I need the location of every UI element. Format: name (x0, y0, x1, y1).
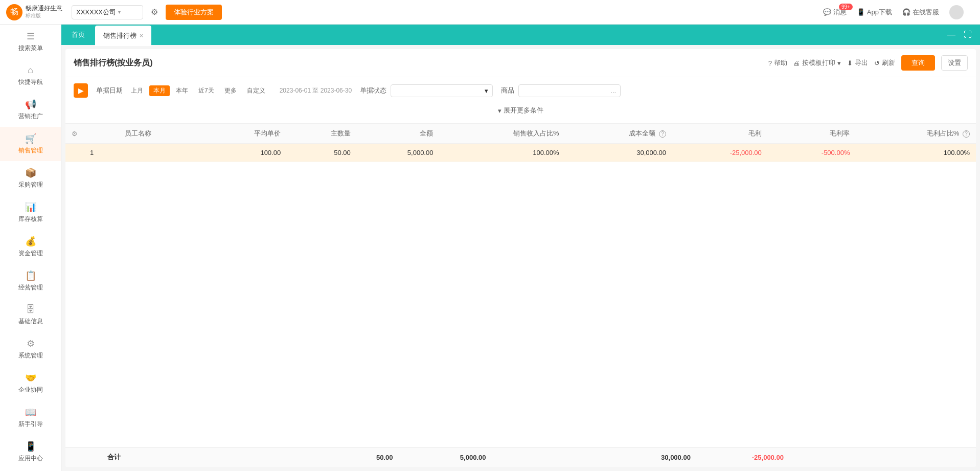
filter-goods: 商品 ... (501, 84, 621, 97)
online-service-button[interactable]: 🎧 在线客服 (902, 8, 939, 17)
row-amount: 5,000.00 (357, 144, 440, 162)
help-button[interactable]: ? 帮助 (768, 58, 787, 68)
col-salespct-header: 销售收入占比% (439, 124, 565, 144)
enterprise-icon: 🤝 (25, 372, 36, 384)
expand-filter-button[interactable]: ▾ 展开更多条件 (490, 104, 552, 117)
date-tab-more[interactable]: 更多 (220, 85, 241, 96)
company-selector[interactable]: XXXXXX公司 ▾ (72, 5, 143, 19)
date-tab-7days[interactable]: 近7天 (194, 85, 218, 96)
date-tab-thismonth[interactable]: 本月 (149, 85, 170, 96)
col-profitpct-header: 毛利占比% ? (856, 124, 976, 144)
tab-label: 销售排行榜 (103, 31, 136, 40)
row-index: 1 (84, 144, 119, 162)
tab-sales-rank[interactable]: 销售排行榜 × (95, 26, 151, 46)
row-profit: -25,000.00 (672, 144, 768, 162)
sidebar-item-operations[interactable]: 📋 经营管理 (0, 264, 61, 298)
col-cost-header: 成本全额 ? (565, 124, 672, 144)
filter-arrow-icon[interactable]: ▶ (74, 83, 88, 98)
row-avgprice: 100.00 (202, 144, 287, 162)
filter-status: 单据状态 ▾ (360, 84, 493, 97)
content-area: 首页 销售排行榜 × — ⛶ 销售排行榜(按业务员) ? 帮助 (61, 25, 980, 471)
footer-amount: 5,000.00 (399, 447, 492, 467)
sidebar-item-quicknav[interactable]: ⌂ 快捷导航 (0, 59, 61, 93)
date-tab-lastmonth[interactable]: 上月 (127, 85, 147, 96)
row-cost: 30,000.00 (565, 144, 672, 162)
filter-date-range: 2023-06-01 至 2023-06-30 (278, 86, 352, 95)
col-index (84, 124, 119, 144)
sidebar-item-finance[interactable]: 💰 资金管理 (0, 230, 61, 264)
basic-info-icon: 🗄 (26, 304, 35, 315)
footer-profitrate (790, 447, 883, 467)
cost-info-icon[interactable]: ? (659, 130, 666, 138)
data-table: ⚙ 员工名称 平均单价 主数量 全额 销售收入占比% 成本全额 ? 毛利 (65, 124, 976, 162)
tab-minimize-button[interactable]: — (945, 29, 958, 41)
status-label: 单据状态 (360, 86, 386, 95)
status-select[interactable]: ▾ (391, 84, 493, 97)
row-profitpct: 100.00% (856, 144, 976, 162)
date-tab-custom[interactable]: 自定义 (243, 85, 269, 96)
footer-profitpct (883, 447, 976, 467)
col-profitrate-header: 毛利率 (768, 124, 856, 144)
export-button[interactable]: ⬇ 导出 (847, 58, 868, 68)
date-range-text: 2023-06-01 至 2023-06-30 (280, 86, 352, 95)
tab-close-icon[interactable]: × (140, 32, 143, 39)
sidebar-item-system[interactable]: ⚙ 系统管理 (0, 332, 61, 366)
sidebar-item-inventory[interactable]: 📊 库存核算 (0, 195, 61, 230)
date-tab-thisyear[interactable]: 本年 (172, 85, 192, 96)
headset-icon: 🎧 (902, 8, 910, 16)
sidebar-item-guide[interactable]: 📖 新手引导 (0, 400, 61, 435)
footer-table: 合计 50.00 5,000.00 30,000.00 -25,000.00 (65, 447, 976, 467)
row-profitrate: -500.00% (768, 144, 856, 162)
footer-profit: -25,000.00 (697, 447, 790, 467)
header-settings-icon[interactable]: ⚙ (147, 5, 162, 19)
sidebar-item-purchase[interactable]: 📦 采购管理 (0, 161, 61, 195)
col-name-header: 员工名称 (119, 124, 203, 144)
sidebar-item-sales[interactable]: 🛒 销售管理 (0, 127, 61, 161)
sidebar-item-basic-info[interactable]: 🗄 基础信息 (0, 298, 61, 332)
page-content: 销售排行榜(按业务员) ? 帮助 🖨 按模板打印 ▾ ⬇ 导出 (65, 49, 976, 467)
inventory-icon: 📊 (25, 201, 36, 213)
phone-icon: 📱 (857, 8, 865, 16)
goods-input[interactable]: ... (518, 84, 621, 97)
query-button[interactable]: 查询 (901, 55, 935, 71)
message-button[interactable]: 💬 消息 99+ (823, 8, 847, 17)
sidebar-item-wechat[interactable]: 💬 企业微信 (0, 469, 61, 471)
sidebar-item-enterprise[interactable]: 🤝 企业协同 (0, 366, 61, 400)
header-right: 💬 消息 99+ 📱 App下载 🎧 在线客服 (823, 5, 974, 19)
sidebar-item-search[interactable]: ☰ 搜索菜单 (0, 25, 61, 59)
print-button[interactable]: 🖨 按模板打印 ▾ (793, 58, 841, 68)
guide-icon: 📖 (25, 407, 36, 418)
date-tabs: 上月 本月 本年 近7天 更多 自定义 (127, 85, 269, 96)
tab-maximize-button[interactable]: ⛶ (962, 29, 974, 41)
col-settings-icon[interactable]: ⚙ (65, 124, 84, 144)
marketing-icon: 📢 (25, 99, 36, 110)
print-icon: 🖨 (793, 59, 800, 67)
filter-area: ▶ 单据日期 上月 本月 本年 近7天 更多 自定义 2023-0 (65, 77, 976, 124)
settings-button[interactable]: 设置 (941, 55, 968, 71)
avatar[interactable] (949, 5, 964, 19)
table-container: ⚙ 员工名称 平均单价 主数量 全额 销售收入占比% 成本全额 ? 毛利 (65, 124, 976, 447)
chevron-down-icon: ▾ (118, 9, 121, 15)
help-icon: ? (768, 59, 772, 67)
main-layout: ☰ 搜索菜单 ⌂ 快捷导航 📢 营销推广 🛒 销售管理 📦 采购管理 📊 库存核… (0, 25, 980, 471)
system-icon: ⚙ (27, 338, 35, 349)
experience-button[interactable]: 体验行业方案 (166, 5, 222, 20)
sidebar-item-marketing[interactable]: 📢 营销推广 (0, 93, 61, 127)
footer-spacer2 (81, 447, 101, 467)
col-qty-header: 主数量 (287, 124, 357, 144)
logo-text: 畅康通好生意 标准版 (26, 5, 62, 20)
sidebar: ☰ 搜索菜单 ⌂ 快捷导航 📢 营销推广 🛒 销售管理 📦 采购管理 📊 库存核… (0, 25, 61, 471)
goods-more-icon[interactable]: ... (610, 87, 616, 95)
purchase-icon: 📦 (25, 167, 36, 178)
profitpct-info-icon[interactable]: ? (963, 130, 970, 138)
app-download-button[interactable]: 📱 App下载 (857, 8, 892, 17)
footer-cost: 30,000.00 (604, 447, 697, 467)
tab-home[interactable]: 首页 (61, 25, 95, 45)
export-icon: ⬇ (847, 59, 853, 67)
filter-date: 单据日期 上月 本月 本年 近7天 更多 自定义 (96, 85, 269, 96)
sidebar-item-apps[interactable]: 📱 应用中心 (0, 435, 61, 469)
status-chevron-icon: ▾ (485, 87, 488, 95)
refresh-button[interactable]: ↺ 刷新 (874, 58, 895, 68)
row-settings (65, 144, 84, 162)
refresh-icon: ↺ (874, 59, 880, 67)
